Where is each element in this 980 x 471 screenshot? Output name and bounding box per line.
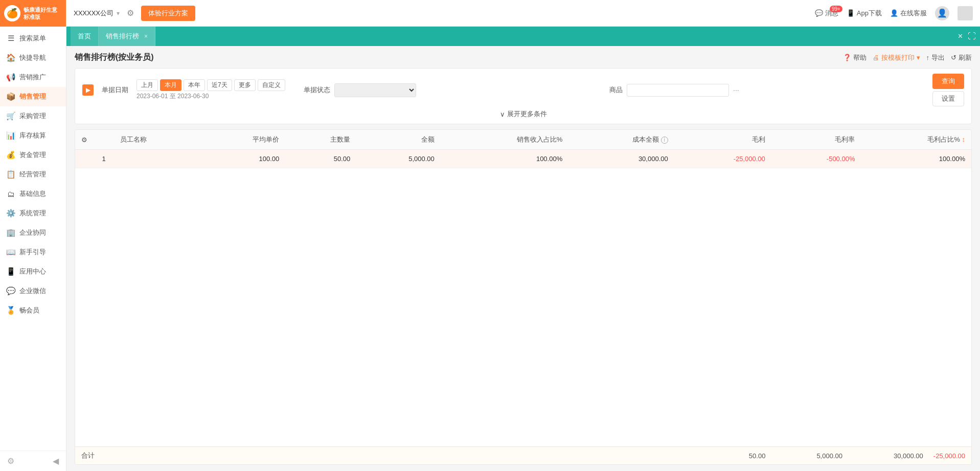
sidebar-item-marketing[interactable]: 📢 营销推广 (0, 68, 66, 87)
online-service-button[interactable]: 👤 在线客服 (890, 9, 927, 18)
date-btn-this-month[interactable]: 本月 (160, 79, 181, 91)
settings-button[interactable]: 设置 (932, 91, 964, 106)
service-icon: 👤 (890, 9, 898, 17)
content-area: 销售排行榜(按业务员) ❓ 帮助 🖨 按模板打印 ▾ ↑ 导出 (66, 46, 980, 471)
tab-home[interactable]: 首页 (71, 27, 99, 46)
footer-total-qty: 50.00 (749, 452, 766, 460)
logo-icon: 🍊 (4, 5, 20, 21)
sidebar: 🍊 畅康通好生意 标准版 ☰ 搜索菜单 🏠 快捷导航 📢 营销推广 📦 销售管理… (0, 0, 66, 471)
filter-toggle-arrow[interactable]: ▶ (82, 84, 94, 96)
date-btn-custom[interactable]: 自定义 (258, 79, 285, 91)
header-settings-icon[interactable]: ⚙ (127, 8, 134, 18)
settings-footer-icon[interactable]: ⚙ (7, 456, 14, 466)
date-range-text: 2023-06-01 至 2023-06-30 (136, 92, 285, 101)
sidebar-item-inventory[interactable]: 📊 库存核算 (0, 126, 66, 145)
row-gross-cell: -25,000.00 (674, 150, 771, 168)
th-gross: 毛利 (674, 130, 771, 150)
sidebar-item-member[interactable]: 🏅 畅会员 (0, 301, 66, 320)
sidebar-item-operations[interactable]: 📋 经营管理 (0, 165, 66, 184)
sidebar-item-wechat[interactable]: 💬 企业微信 (0, 281, 66, 301)
home-tab-label: 首页 (78, 32, 91, 41)
sidebar-item-purchase[interactable]: 🛒 采购管理 (0, 106, 66, 126)
th-cost: 成本全额 i (568, 130, 674, 150)
row-avg-price-cell: 100.00 (200, 150, 286, 168)
query-button[interactable]: 查询 (932, 74, 964, 89)
date-btn-more[interactable]: 更多 (234, 79, 256, 91)
cost-info-icon[interactable]: i (661, 137, 668, 144)
more-filter-dots[interactable]: ··· (733, 86, 739, 94)
top-header: XXXXXX公司 ▾ ⚙ 体验行业方案 💬 消息 99+ 📱 App下载 👤 在… (66, 0, 980, 27)
sidebar-item-basic[interactable]: 🗂 基础信息 (0, 184, 66, 204)
filter-btn-group: 查询 设置 (932, 74, 964, 106)
search-menu-icon: ☰ (6, 34, 15, 43)
gross-pct-sort-icon[interactable]: ↕ (962, 136, 966, 143)
sidebar-item-search[interactable]: ☰ 搜索菜单 (0, 29, 66, 48)
status-label: 单据状态 (304, 85, 330, 95)
row-sales-pct-cell: 100.00% (441, 150, 568, 168)
print-icon: 🖨 (873, 54, 879, 61)
system-icon: ⚙️ (6, 209, 15, 218)
tab-sales-ranking[interactable]: 销售排行榜 × (99, 27, 155, 46)
footer-total-gross: -25,000.00 (933, 452, 965, 460)
export-button[interactable]: ↑ 导出 (926, 53, 945, 62)
row-amount-cell: 5,000.00 (356, 150, 441, 168)
column-settings-icon[interactable]: ⚙ (81, 136, 87, 144)
tab-close-all-icon[interactable]: × (958, 32, 963, 41)
collapse-icon[interactable]: ◀ (53, 456, 59, 466)
filter-area: ▶ 单据日期 上月 本月 本年 近7天 更多 自定义 2023-06-01 至 … (75, 68, 972, 124)
th-name: 员工名称 (114, 130, 200, 150)
date-buttons: 上月 本月 本年 近7天 更多 自定义 (136, 79, 285, 91)
app-icon: 📱 (847, 9, 855, 17)
footer-total-label: 合计 (81, 451, 95, 460)
th-gross-pct: 毛利占比% ↕ (861, 130, 971, 150)
tab-maximize-icon[interactable]: ⛶ (968, 32, 976, 41)
refresh-button[interactable]: ↺ 刷新 (951, 53, 972, 62)
sidebar-item-finance[interactable]: 💰 资金管理 (0, 145, 66, 165)
print-dropdown-icon: ▾ (917, 54, 920, 61)
inventory-icon: 📊 (6, 131, 15, 140)
date-btn-this-year[interactable]: 本年 (184, 79, 205, 91)
wechat-icon: 💬 (6, 286, 15, 296)
goods-filter-group: 商品 ··· (609, 84, 739, 97)
print-button[interactable]: 🖨 按模板打印 ▾ (873, 53, 920, 62)
finance-icon: 💰 (6, 150, 15, 160)
status-filter-group: 单据状态 (304, 83, 416, 97)
marketing-icon: 📢 (6, 73, 15, 82)
data-table-wrap: ⚙ 员工名称 平均单价 主数量 全额 销售收入占比% 成本全额 i (75, 129, 972, 465)
status-select[interactable] (334, 83, 416, 97)
company-selector[interactable]: XXXXXX公司 ▾ (74, 9, 120, 18)
help-button[interactable]: ❓ 帮助 (843, 53, 867, 62)
logo-text: 畅康通好生意 标准版 (24, 6, 57, 21)
export-icon: ↑ (926, 54, 930, 61)
sales-icon: 📦 (6, 92, 15, 101)
table-footer: 合计 50.00 5,000.00 30,000.00 -25,000.00 (75, 446, 971, 464)
trial-button[interactable]: 体验行业方案 (141, 6, 195, 21)
sidebar-item-sales[interactable]: 📦 销售管理 (0, 87, 66, 106)
footer-total-cost: 30,000.00 (894, 452, 923, 460)
sidebar-item-shortcut[interactable]: 🏠 快捷导航 (0, 48, 66, 68)
header-right: 💬 消息 99+ 📱 App下载 👤 在线客服 👤 (815, 6, 973, 20)
filter-row-1: ▶ 单据日期 上月 本月 本年 近7天 更多 自定义 2023-06-01 至 … (82, 74, 964, 106)
message-icon: 💬 (815, 9, 823, 17)
sidebar-item-enterprise[interactable]: 🏢 企业协同 (0, 223, 66, 242)
date-label: 单据日期 (102, 85, 128, 95)
main-area: XXXXXX公司 ▾ ⚙ 体验行业方案 💬 消息 99+ 📱 App下载 👤 在… (66, 0, 980, 471)
row-gross-rate-cell: -500.00% (771, 150, 861, 168)
tab-close-icon[interactable]: × (144, 33, 148, 40)
page-title-bar: 销售排行榜(按业务员) ❓ 帮助 🖨 按模板打印 ▾ ↑ 导出 (75, 52, 972, 63)
user-name-plate (958, 6, 973, 20)
table-scroll: ⚙ 员工名称 平均单价 主数量 全额 销售收入占比% 成本全额 i (75, 130, 971, 446)
sidebar-item-guide[interactable]: 📖 新手引导 (0, 242, 66, 262)
app-download-button[interactable]: 📱 App下载 (847, 9, 882, 18)
message-button[interactable]: 💬 消息 99+ (815, 9, 838, 18)
expand-more-conditions[interactable]: ∨ 展开更多条件 (82, 109, 964, 119)
sidebar-item-apps[interactable]: 📱 应用中心 (0, 262, 66, 281)
goods-input[interactable] (627, 84, 729, 97)
date-btn-last-month[interactable]: 上月 (136, 79, 158, 91)
user-avatar[interactable]: 👤 (935, 6, 949, 20)
help-icon: ❓ (843, 54, 851, 61)
page-title: 销售排行榜(按业务员) (75, 52, 154, 63)
sidebar-item-system[interactable]: ⚙️ 系统管理 (0, 204, 66, 223)
row-name-cell (114, 150, 200, 168)
date-btn-last-7days[interactable]: 近7天 (207, 79, 232, 91)
